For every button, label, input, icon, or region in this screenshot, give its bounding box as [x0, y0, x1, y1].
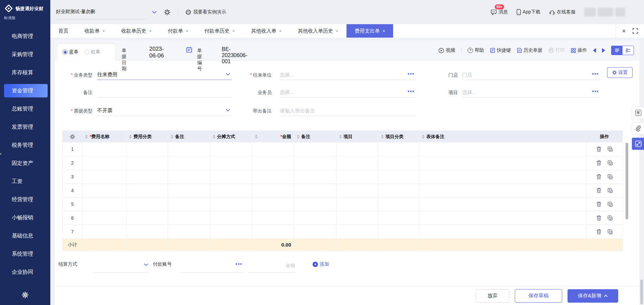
copy-row-icon[interactable] — [607, 188, 613, 193]
sidebar-item-funds[interactable]: 资金管理 — [0, 82, 50, 100]
doc-date-value[interactable]: 2023-06-06 — [149, 46, 164, 59]
pay-account-picker[interactable]: ••• — [181, 258, 243, 273]
messages-button[interactable]: 99+ 消息 — [491, 9, 508, 15]
sidebar-item-collaboration[interactable]: 企业协同 — [0, 263, 50, 281]
settle-method-select[interactable] — [93, 258, 149, 273]
pay-account-ellipsis-button[interactable]: ••• — [235, 261, 243, 267]
header-project-category[interactable]: 项目分类 — [378, 131, 419, 142]
salesman-input[interactable] — [280, 87, 416, 97]
grid-cell[interactable] — [252, 225, 294, 239]
sort-icon[interactable] — [255, 135, 258, 139]
sort-icon[interactable] — [85, 135, 88, 139]
header-body-remark[interactable]: 表体备注 — [419, 131, 586, 142]
grid-cell[interactable] — [252, 198, 294, 211]
copy-row-icon[interactable] — [607, 229, 613, 234]
sidebar-item-ledger[interactable]: 总账管理 — [0, 100, 50, 118]
sidebar-item-invoice[interactable]: 发票管理 — [0, 118, 50, 136]
grid-cell[interactable] — [252, 184, 294, 198]
grid-cell[interactable] — [378, 184, 419, 198]
delete-row-icon[interactable] — [596, 188, 601, 193]
grid-cell[interactable] — [336, 211, 378, 225]
grid-cell[interactable] — [168, 184, 210, 198]
tab-close-icon[interactable]: × — [382, 28, 385, 34]
grid-cell[interactable] — [168, 211, 210, 225]
grid-cell[interactable] — [83, 156, 126, 170]
grid-cell[interactable] — [126, 142, 168, 156]
grid-cell[interactable] — [210, 198, 252, 211]
grid-cell[interactable] — [83, 170, 126, 184]
delete-row-icon[interactable] — [596, 202, 601, 207]
workspace-gear-icon[interactable] — [164, 9, 170, 15]
copy-row-icon[interactable] — [607, 202, 613, 207]
attachment-button[interactable] — [632, 122, 644, 134]
store-input[interactable] — [462, 70, 600, 80]
grid-cell[interactable] — [252, 142, 294, 156]
grid-cell[interactable] — [294, 211, 336, 225]
grid-cell[interactable] — [126, 170, 168, 184]
grid-cell[interactable] — [210, 170, 252, 184]
grid-cell[interactable] — [419, 225, 586, 239]
grid-cell[interactable] — [336, 184, 378, 198]
grid-cell[interactable] — [294, 225, 336, 239]
tab-close-icon[interactable]: × — [232, 28, 235, 34]
online-service-button[interactable]: 在线客服 — [549, 9, 576, 15]
grid-settings-header[interactable] — [63, 131, 83, 142]
pay-amount-input[interactable] — [248, 258, 295, 272]
company-selector[interactable]: 好业财测试-量勿删 — [56, 5, 146, 19]
grid-cell[interactable] — [378, 225, 419, 239]
grid-cell[interactable] — [294, 184, 336, 198]
tab-other-income-history[interactable]: 其他收入单历史× — [290, 24, 346, 38]
tab-close-icon[interactable]: × — [102, 28, 105, 34]
header-remark2[interactable]: 备注 — [294, 131, 336, 142]
invoice-type-input[interactable] — [97, 106, 231, 116]
discard-button[interactable]: 放弃 — [476, 289, 509, 303]
partner-input[interactable] — [280, 70, 416, 80]
header-project[interactable]: 项目 — [336, 131, 378, 142]
grid-cell[interactable] — [294, 170, 336, 184]
save-and-new-button[interactable]: 保存&新增 — [568, 289, 618, 303]
tab-close-icon[interactable]: × — [185, 28, 188, 34]
settings-button[interactable]: 设置 — [607, 67, 633, 78]
grid-cell[interactable] — [126, 225, 168, 239]
grid-cell[interactable] — [126, 198, 168, 211]
biztype-input[interactable] — [97, 70, 231, 80]
grid-cell[interactable] — [83, 225, 126, 239]
add-payment-button[interactable]: + 添加 — [313, 261, 329, 267]
delete-row-icon[interactable] — [596, 174, 601, 179]
partner-picker[interactable]: ••• — [280, 70, 416, 80]
grid-cell[interactable] — [419, 211, 586, 225]
store-picker[interactable]: ••• — [462, 70, 600, 80]
grid-cell[interactable] — [378, 142, 419, 156]
sort-icon[interactable] — [339, 135, 342, 139]
sidebar-item-inventory[interactable]: 库存核算 — [0, 63, 50, 82]
sort-icon[interactable] — [129, 135, 132, 139]
sidebar-settings-gear-icon[interactable] — [0, 292, 50, 300]
sidebar-item-system[interactable]: 系统管理 — [0, 245, 50, 263]
red-doc-radio[interactable]: 红单 — [85, 49, 100, 55]
pay-amount-field[interactable] — [248, 258, 295, 273]
blue-doc-radio[interactable]: 蓝单 — [63, 49, 78, 55]
video-button[interactable]: 视频 — [438, 47, 455, 53]
grid-cell[interactable] — [168, 156, 210, 170]
tab-close-icon[interactable]: × — [279, 28, 282, 34]
close-all-tabs-icon[interactable]: × — [622, 28, 626, 34]
grid-cell[interactable] — [336, 225, 378, 239]
biztype-select[interactable] — [97, 70, 231, 80]
salesman-ellipsis-button[interactable]: ••• — [408, 89, 415, 94]
grid-cell[interactable] — [336, 170, 378, 184]
salesman-picker[interactable]: ••• — [280, 87, 416, 97]
help-button[interactable]: ? 帮助 — [468, 47, 484, 53]
print-button[interactable]: 打印 — [548, 47, 565, 53]
shortcut-keys-button[interactable]: 快捷键 — [490, 47, 511, 53]
remark-field[interactable] — [97, 87, 231, 97]
grid-cell[interactable] — [252, 156, 294, 170]
outremark-field[interactable] — [280, 106, 416, 116]
tab-close-icon[interactable]: × — [149, 28, 152, 34]
chevron-down-icon[interactable] — [144, 263, 148, 266]
sort-icon[interactable] — [171, 135, 173, 139]
grid-cell[interactable] — [168, 198, 210, 211]
grid-cell[interactable] — [83, 142, 126, 156]
sidebar-item-payroll[interactable]: 工资 — [0, 172, 50, 190]
company-chevron-down-icon[interactable] — [152, 11, 157, 14]
grid-cell[interactable] — [336, 198, 378, 211]
